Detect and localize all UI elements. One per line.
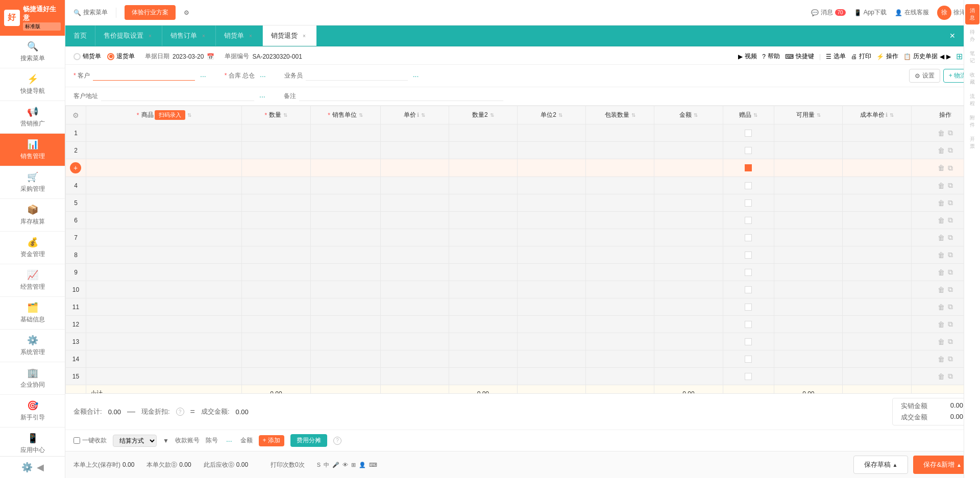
copy-icon[interactable]: ⧉	[948, 303, 953, 311]
shortcut-item[interactable]: ⌨ 快捷键	[785, 52, 814, 61]
payment-checkbox-input[interactable]	[74, 437, 80, 444]
gift-checkbox[interactable]	[745, 234, 752, 241]
discount-help-btn[interactable]: ?	[176, 408, 184, 416]
gift-checkbox[interactable]	[745, 321, 752, 328]
copy-icon[interactable]: ⧉	[948, 372, 953, 381]
save-draft-button[interactable]: 保存草稿 ▲	[853, 456, 909, 474]
sidebar-item-search[interactable]: 🔍 搜索菜单	[0, 36, 65, 68]
gift-checkbox[interactable]	[745, 182, 752, 189]
copy-icon[interactable]: ⧉	[948, 216, 953, 224]
gift-checkbox[interactable]	[745, 269, 752, 276]
calendar-icon[interactable]: 📅	[207, 53, 214, 60]
tab-close-sales-delivery[interactable]: ×	[247, 32, 254, 39]
product-input[interactable]	[89, 164, 238, 172]
amount-cell[interactable]	[654, 124, 723, 142]
amount-cell[interactable]	[654, 142, 723, 159]
fee-split-button[interactable]: 费用分摊	[290, 434, 327, 447]
delete-icon[interactable]: 🗑	[938, 182, 945, 190]
gift-cell[interactable]	[723, 124, 774, 142]
scan-barcode-button[interactable]: 扫码录入	[155, 110, 185, 120]
delete-icon[interactable]: 🗑	[938, 146, 945, 155]
app-download-button[interactable]: 📱 App下载	[854, 8, 887, 17]
message-button[interactable]: 💬 消息 70	[811, 8, 846, 17]
package-qty-cell[interactable]	[586, 142, 654, 159]
gift-sort-icon[interactable]: ⇅	[753, 112, 757, 118]
select-item[interactable]: ☰ 选单	[826, 52, 846, 61]
unit2-cell[interactable]	[517, 142, 585, 159]
address-select-btn[interactable]: ···	[257, 92, 267, 100]
unit-price-cell[interactable]	[380, 124, 449, 142]
sidebar-item-marketing[interactable]: 📢 营销推广	[0, 101, 65, 134]
staff-select-btn[interactable]: ···	[411, 72, 421, 80]
unit-price-cell[interactable]	[380, 142, 449, 159]
sidebar-item-system[interactable]: ⚙️ 系统管理	[0, 330, 65, 362]
quantity2-cell[interactable]	[449, 124, 517, 142]
unit-price-cell-3[interactable]	[380, 159, 449, 177]
copy-icon[interactable]: ⧉	[948, 268, 953, 276]
copy-icon[interactable]: ⧉	[948, 285, 953, 294]
calc-method-select[interactable]: 结算方式	[113, 435, 157, 447]
sales-unit-cell-3[interactable]	[310, 159, 380, 177]
staff-input[interactable]	[306, 71, 408, 81]
delete-icon[interactable]: 🗑	[938, 234, 945, 242]
copy-icon[interactable]: ⧉	[948, 355, 953, 363]
next-icon[interactable]: ▶	[946, 53, 951, 60]
cost-price-cell[interactable]	[843, 124, 911, 142]
sidebar-item-shortcut[interactable]: ⚡ 快捷导航	[0, 68, 65, 101]
delete-icon[interactable]: 🗑	[938, 268, 945, 276]
tab-close-sales-order[interactable]: ×	[200, 32, 207, 39]
copy-icon[interactable]: ⧉	[948, 233, 953, 242]
copy-icon[interactable]: ⧉	[948, 146, 953, 155]
gift-checkbox[interactable]	[745, 338, 752, 345]
copy-icon[interactable]: ⧉	[948, 164, 953, 172]
quantity2-cell[interactable]	[449, 142, 517, 159]
delete-icon[interactable]: 🗑	[938, 320, 945, 329]
gift-checkbox[interactable]	[745, 373, 752, 380]
copy-icon[interactable]: ⧉	[948, 198, 953, 207]
copy-icon[interactable]: ⧉	[948, 337, 953, 346]
tab-sales-return[interactable]: 销货退货 ×	[263, 26, 316, 46]
gift-checkbox[interactable]	[745, 130, 752, 137]
gift-cell[interactable]	[723, 142, 774, 159]
delete-icon[interactable]: 🗑	[938, 199, 945, 207]
gift-checkbox[interactable]	[745, 251, 752, 259]
radio-sales-delivery[interactable]: 销货单	[74, 52, 101, 61]
sidebar-item-finance[interactable]: 💰 资金管理	[0, 232, 65, 264]
copy-icon[interactable]: ⧉	[948, 129, 953, 137]
cost-price-info-icon[interactable]: ℹ	[886, 112, 888, 118]
settings-button[interactable]: ⚙ 设置	[909, 69, 940, 83]
fee-split-help[interactable]: ?	[333, 437, 341, 445]
topbar-search[interactable]: 🔍 搜索菜单	[74, 8, 108, 17]
gift-checkbox[interactable]	[745, 286, 752, 293]
amount-cell-3[interactable]	[654, 159, 723, 177]
address-input[interactable]	[101, 91, 254, 101]
delete-icon[interactable]: 🗑	[938, 303, 945, 311]
gift-checkbox-3[interactable]	[745, 164, 752, 171]
gift-checkbox[interactable]	[745, 199, 752, 207]
quantity-cell-3[interactable]	[242, 159, 310, 177]
save-new-button[interactable]: 保存&新增 ▲	[913, 456, 972, 474]
tab-sales-delivery[interactable]: 销货单 ×	[216, 26, 263, 46]
warehouse-select-btn[interactable]: ···	[258, 72, 268, 80]
tab-price-settings[interactable]: 售价提取设置 ×	[95, 26, 162, 46]
gift-checkbox[interactable]	[745, 217, 752, 224]
package-qty-cell[interactable]	[586, 124, 654, 142]
sales-unit-cell[interactable]	[310, 142, 380, 159]
operate-item[interactable]: ⚡ 操作	[876, 52, 898, 61]
unit2-sort-icon[interactable]: ⇅	[558, 112, 562, 118]
delete-icon[interactable]: 🗑	[938, 251, 945, 259]
unit-price-sort-icon[interactable]: ⇅	[421, 112, 425, 118]
delete-icon[interactable]: 🗑	[938, 372, 945, 381]
prev-icon[interactable]: ◀	[940, 53, 944, 60]
sales-unit-sort-icon[interactable]: ⇅	[359, 112, 363, 118]
sales-unit-cell[interactable]	[310, 124, 380, 142]
delete-icon[interactable]: 🗑	[938, 164, 945, 172]
unit2-cell[interactable]	[517, 124, 585, 142]
gift-checkbox[interactable]	[745, 147, 752, 154]
topbar-gear-button[interactable]: ⚙	[180, 7, 193, 18]
cost-price-cell-3[interactable]	[843, 159, 911, 177]
float-attach-btn[interactable]: 附件	[965, 111, 979, 132]
history-item[interactable]: 📋 历史单据 ◀ ▶	[903, 52, 951, 61]
quantity-cell[interactable]	[242, 124, 310, 142]
quantity-sort-icon[interactable]: ⇅	[283, 112, 287, 118]
